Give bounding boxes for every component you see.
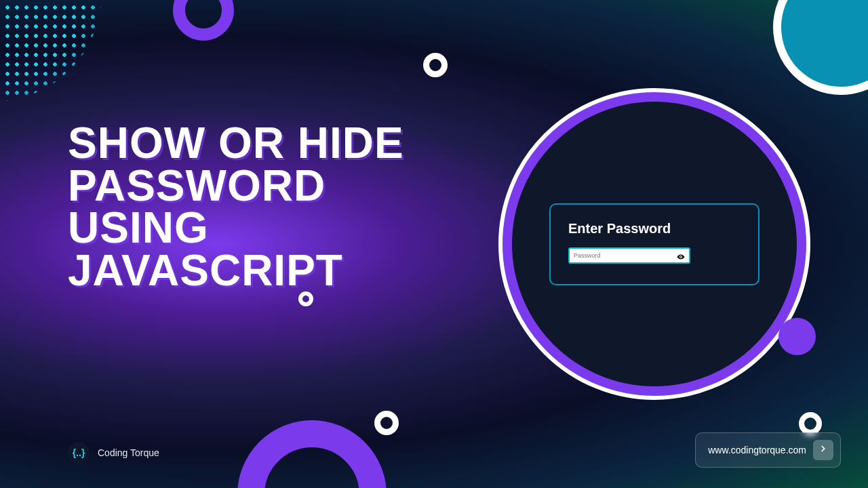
decorative-ring [374, 411, 399, 435]
password-input-wrapper[interactable] [568, 247, 690, 264]
decorative-ring [773, 0, 868, 95]
hero-heading: SHOW OR HIDE PASSWORD USING JAVASCRIPT [68, 122, 448, 292]
password-card-title: Enter Password [568, 221, 741, 237]
decorative-ring [237, 420, 387, 488]
decorative-ring [799, 412, 822, 435]
brand-logo-icon: {..} [68, 442, 90, 464]
password-input[interactable] [574, 252, 673, 259]
brand-badge-text: {..} [73, 447, 85, 458]
url-text: www.codingtorque.com [708, 445, 806, 455]
brand-name: Coding Torque [98, 447, 159, 458]
chevron-right-icon [818, 444, 828, 456]
url-go-button[interactable] [813, 440, 833, 460]
preview-inner: Enter Password [512, 102, 797, 386]
brand: {..} Coding Torque [68, 442, 159, 464]
eye-icon[interactable] [677, 251, 685, 260]
decorative-ring [423, 53, 448, 77]
decorative-ring [173, 0, 234, 41]
dotted-corner-pattern [0, 0, 102, 102]
preview-circle: Enter Password [498, 88, 810, 400]
password-card: Enter Password [549, 203, 760, 285]
url-chip[interactable]: www.codingtorque.com [695, 432, 841, 468]
page-title: SHOW OR HIDE PASSWORD USING JAVASCRIPT [68, 122, 448, 292]
